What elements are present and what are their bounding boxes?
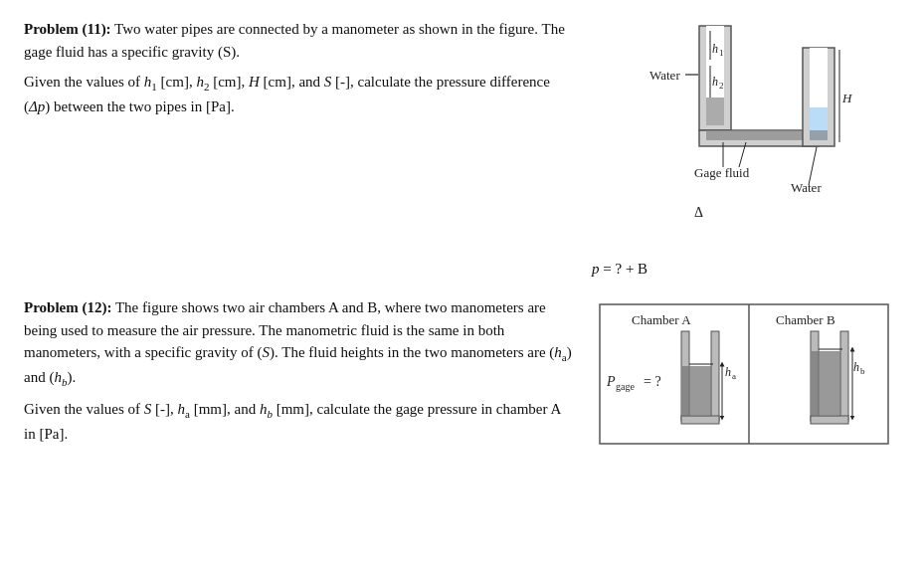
h1-label: h xyxy=(712,42,718,56)
problem12-svg: Chamber A Chamber B h a P gage = xyxy=(592,296,900,456)
problem11-title: Problem (11): xyxy=(24,21,111,37)
problem11-para2: Given the values of h1 [cm], h2 [cm], H … xyxy=(24,71,572,117)
svg-rect-11 xyxy=(810,130,828,140)
equals-label: = ? xyxy=(644,374,661,389)
h2-label: h xyxy=(712,75,718,89)
ha-sub: a xyxy=(732,371,736,381)
svg-rect-5 xyxy=(706,97,724,125)
svg-rect-24 xyxy=(840,331,848,421)
h1-sub: 1 xyxy=(719,48,724,58)
H-label: H xyxy=(841,91,852,105)
circle-b-sub: B xyxy=(638,261,647,277)
svg-rect-25 xyxy=(811,416,848,424)
svg-rect-21 xyxy=(682,366,711,417)
problem11-text: Problem (11): Two water pipes are connec… xyxy=(24,18,582,257)
svg-rect-26 xyxy=(812,351,840,417)
ha-label: h xyxy=(725,365,731,379)
water-label2: Water xyxy=(791,180,822,195)
problem11-figure: Water h 1 h 2 xyxy=(592,18,900,257)
problem12-text: Problem (12): The figure shows two air c… xyxy=(24,296,582,456)
problem12-figure: Chamber A Chamber B h a P gage = xyxy=(592,296,900,456)
svg-rect-19 xyxy=(711,331,719,421)
delta-p-label: Δ xyxy=(694,205,703,220)
problem11-para1: Problem (11): Two water pipes are connec… xyxy=(24,18,572,63)
hb-sub: b xyxy=(860,366,865,376)
pgage-sub: gage xyxy=(616,381,635,392)
hb-label: h xyxy=(853,360,859,374)
svg-rect-20 xyxy=(681,416,719,424)
chamber-b-label: Chamber B xyxy=(776,312,835,327)
problem12-section: Problem (12): The figure shows two air c… xyxy=(24,296,900,456)
page-content: Problem (11): Two water pipes are connec… xyxy=(24,18,900,456)
problem12-para1: Problem (12): The figure shows two air c… xyxy=(24,296,572,390)
problem12-para2: Given the values of S [‑], ha [mm], and … xyxy=(24,398,572,445)
pgage-p: P xyxy=(606,374,616,389)
problem12-title: Problem (12): xyxy=(24,299,111,315)
h2-sub: 2 xyxy=(719,81,724,91)
svg-rect-7 xyxy=(706,130,812,140)
gage-fluid-label: Gage fluid xyxy=(694,165,750,180)
problem11-svg: Water h 1 h 2 xyxy=(592,18,900,257)
chamber-a-label: Chamber A xyxy=(632,312,691,327)
problem11-section: Problem (11): Two water pipes are connec… xyxy=(24,18,900,257)
water-label1: Water xyxy=(649,68,680,83)
circle-b: + xyxy=(626,261,634,277)
